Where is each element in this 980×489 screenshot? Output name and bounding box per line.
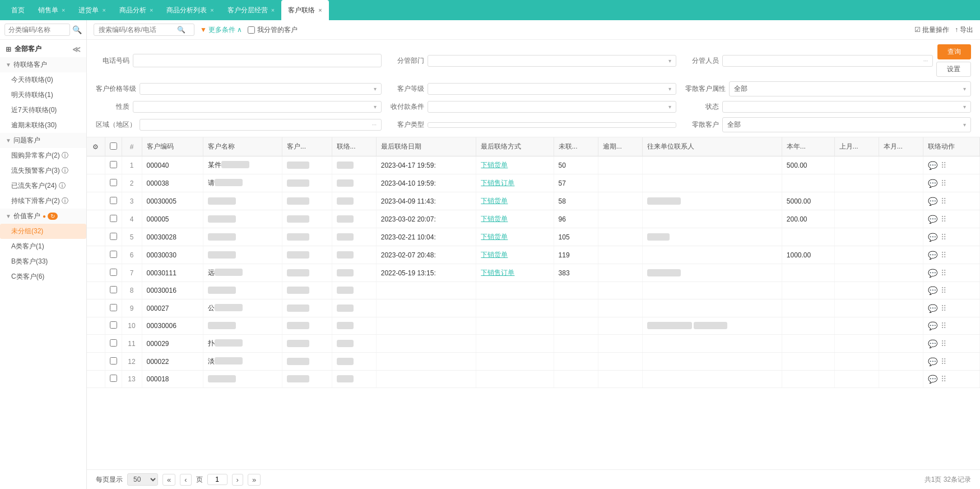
row-checkbox[interactable]: [110, 197, 117, 204]
qr-icon[interactable]: ⠿: [941, 321, 946, 330]
qr-icon[interactable]: ⠿: [941, 269, 946, 278]
close-icon[interactable]: ×: [271, 7, 275, 13]
first-page-btn[interactable]: «: [162, 474, 175, 486]
sidebar-item-churned[interactable]: 已流失客户(24) ⓘ: [0, 178, 86, 193]
close-icon[interactable]: ×: [102, 7, 105, 13]
customer-type-select[interactable]: [428, 122, 676, 128]
row-checkbox[interactable]: [110, 215, 117, 222]
chat-icon[interactable]: 💬: [928, 321, 937, 330]
chat-icon[interactable]: 💬: [928, 339, 937, 348]
dept-select[interactable]: ▾: [428, 55, 676, 67]
reset-button[interactable]: 设置: [936, 62, 971, 77]
row-checkbox[interactable]: [110, 375, 117, 382]
row-checkbox[interactable]: [110, 251, 117, 258]
sidebar-item-7days[interactable]: 近7天待联络(0): [0, 103, 86, 118]
qr-icon[interactable]: ⠿: [941, 357, 946, 366]
chat-icon[interactable]: 💬: [928, 286, 937, 295]
search-icon[interactable]: 🔍: [177, 26, 185, 34]
tab-customer-contact[interactable]: 客户联络 ×: [281, 0, 328, 20]
search-input[interactable]: [99, 26, 177, 34]
sidebar-item-a-class[interactable]: A类客户(1): [0, 239, 86, 254]
qr-icon[interactable]: ⠿: [941, 286, 946, 295]
tab-customer-segment[interactable]: 客户分层经营 ×: [221, 0, 281, 20]
qr-icon[interactable]: ⠿: [941, 233, 946, 242]
next-page-btn[interactable]: ›: [232, 474, 243, 486]
row-checkbox[interactable]: [110, 179, 117, 186]
qr-icon[interactable]: ⠿: [941, 375, 946, 384]
qr-icon[interactable]: ⠿: [941, 339, 946, 348]
tab-product-analysis[interactable]: 商品分析 ×: [113, 0, 160, 20]
chat-icon[interactable]: 💬: [928, 375, 937, 384]
col-gear[interactable]: ⚙: [87, 137, 105, 156]
chat-icon[interactable]: 💬: [928, 179, 937, 188]
prev-page-btn[interactable]: ‹: [180, 474, 191, 486]
batch-ops-btn[interactable]: ☑ 批量操作: [914, 25, 949, 35]
chat-icon[interactable]: 💬: [928, 215, 937, 224]
sidebar-search-icon[interactable]: 🔍: [72, 25, 82, 34]
close-icon[interactable]: ×: [62, 7, 65, 13]
chat-icon[interactable]: 💬: [928, 251, 937, 260]
tab-product-list[interactable]: 商品分析列表 ×: [160, 0, 220, 20]
row-checkbox[interactable]: [110, 357, 117, 365]
sidebar-item-churn-warning[interactable]: 流失预警客户(3) ⓘ: [0, 163, 86, 178]
settings-icon[interactable]: ⚙: [92, 143, 99, 151]
contact-method-link[interactable]: 下销货单: [481, 197, 508, 205]
chat-icon[interactable]: 💬: [928, 161, 937, 170]
tab-home[interactable]: 首页: [4, 0, 31, 20]
status-select[interactable]: ▾: [722, 101, 971, 113]
chat-icon[interactable]: 💬: [928, 304, 937, 313]
my-customers-checkbox-area[interactable]: 我分管的客户: [248, 25, 298, 35]
refresh-icon[interactable]: ↻: [48, 213, 58, 220]
retail-attr-select[interactable]: 全部 ▾: [729, 81, 971, 96]
more-conditions-btn[interactable]: ▼ 更多条件 ∧: [200, 25, 242, 35]
close-icon[interactable]: ×: [150, 7, 153, 13]
contact-method-link[interactable]: 下销售订单: [481, 179, 514, 187]
query-button[interactable]: 查询: [937, 44, 971, 59]
sidebar-item-tomorrow[interactable]: 明天待联络(1): [0, 87, 86, 103]
payment-select[interactable]: ▾: [428, 101, 676, 113]
row-checkbox[interactable]: [110, 233, 117, 240]
region-select[interactable]: ···: [140, 119, 382, 131]
sidebar-item-ungroup[interactable]: 未分组(32): [0, 224, 86, 239]
qr-icon[interactable]: ⠿: [941, 251, 946, 260]
page-input[interactable]: [207, 474, 227, 485]
chat-icon[interactable]: 💬: [928, 197, 937, 206]
chat-icon[interactable]: 💬: [928, 269, 937, 278]
qr-icon[interactable]: ⠿: [941, 304, 946, 313]
select-all-checkbox[interactable]: [110, 142, 117, 150]
page-size-select[interactable]: 50 20 100: [127, 473, 158, 486]
close-icon[interactable]: ×: [318, 7, 322, 13]
sidebar-all-customers[interactable]: ⊞ 全部客户 ≪: [0, 40, 86, 57]
chat-icon[interactable]: 💬: [928, 357, 937, 366]
qr-icon[interactable]: ⠿: [941, 197, 946, 206]
sidebar-item-declining[interactable]: 持续下滑客户(2) ⓘ: [0, 193, 86, 209]
sidebar-item-abnormal[interactable]: 囤购异常客户(2) ⓘ: [0, 148, 86, 163]
row-checkbox[interactable]: [110, 321, 117, 329]
phone-input[interactable]: [133, 54, 382, 67]
manager-select[interactable]: ···: [722, 55, 933, 67]
chat-icon[interactable]: 💬: [928, 233, 937, 242]
contact-method-link[interactable]: 下销货单: [481, 251, 508, 259]
row-checkbox[interactable]: [110, 161, 117, 168]
row-checkbox[interactable]: [110, 286, 117, 293]
customer-level-select[interactable]: ▾: [428, 83, 676, 95]
price-level-select[interactable]: ▾: [140, 83, 382, 95]
sidebar-item-today[interactable]: 今天待联络(0): [0, 72, 86, 87]
close-icon[interactable]: ×: [210, 7, 213, 13]
export-btn[interactable]: ↑ 导出: [955, 25, 973, 35]
nature-select[interactable]: ▾: [133, 101, 382, 113]
sidebar-item-c-class[interactable]: C类客户(6): [0, 269, 86, 284]
qr-icon[interactable]: ⠿: [941, 179, 946, 188]
contact-method-link[interactable]: 下销货单: [481, 233, 508, 241]
row-checkbox[interactable]: [110, 269, 117, 276]
sidebar-search-input[interactable]: [4, 24, 70, 36]
qr-icon[interactable]: ⠿: [941, 215, 946, 224]
last-page-btn[interactable]: »: [248, 474, 261, 486]
sidebar-item-overdue[interactable]: 逾期未联络(30): [0, 118, 86, 133]
contact-method-link[interactable]: 下销售订单: [481, 269, 514, 276]
sidebar-item-b-class[interactable]: B类客户(33): [0, 254, 86, 269]
my-customers-checkbox[interactable]: [248, 26, 255, 34]
qr-icon[interactable]: ⠿: [941, 161, 946, 170]
contact-method-link[interactable]: 下销货单: [481, 161, 508, 169]
row-checkbox[interactable]: [110, 339, 117, 347]
